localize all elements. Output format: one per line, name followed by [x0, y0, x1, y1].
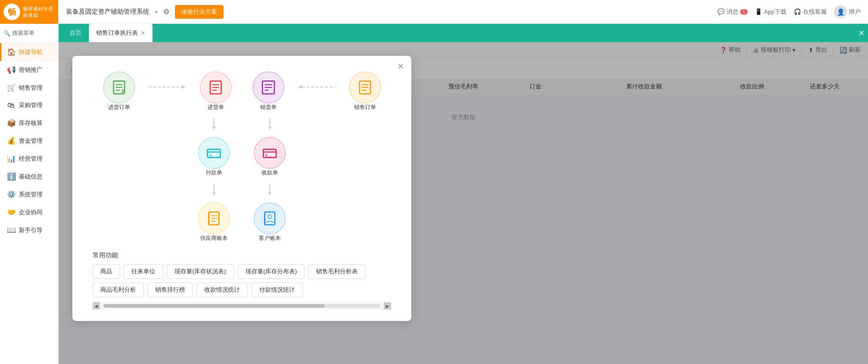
func-btn-goods[interactable]: 商品	[93, 264, 120, 279]
newbie-icon: 📖	[7, 226, 15, 234]
app-icon: 📱	[755, 8, 762, 15]
logo-text: 畅库通好生意 标准版	[23, 5, 53, 19]
scroll-right-button[interactable]: ▶	[384, 302, 391, 310]
sidebar-item-purchase[interactable]: 🛍 采购管理	[0, 97, 58, 114]
message-icon: 💬	[717, 8, 725, 15]
sidebar-item-sales[interactable]: 🛒 销售管理	[0, 79, 58, 97]
sales-bill-icon	[252, 71, 284, 103]
sidebar-item-marketing[interactable]: 📢 营销推广	[0, 61, 58, 79]
system-title: 装备及固定资产辅助管理系统	[66, 8, 149, 16]
quick-nav-icon: 🏠	[7, 48, 15, 56]
system-icon: ⚙️	[7, 190, 15, 199]
online-service-group[interactable]: 🎧 在线客服	[794, 8, 827, 16]
close-tab-icon[interactable]: ✕	[141, 30, 145, 36]
marketing-icon: 📢	[7, 65, 15, 74]
purchase-bill-icon	[200, 71, 232, 103]
svg-marker-23	[268, 127, 272, 130]
svg-text:¥: ¥	[209, 153, 212, 158]
sidebar-item-finance[interactable]: 💰 资金管理	[0, 132, 58, 150]
flow-node-payment-bill[interactable]: ¥ 付款单	[186, 137, 242, 177]
trial-button[interactable]: 体验行业方案	[175, 5, 224, 19]
sidebar-item-basic[interactable]: ℹ️ 基础信息	[0, 168, 58, 185]
payment-bill-icon: ¥	[198, 137, 230, 169]
sales-order-icon	[349, 71, 381, 103]
func-btn-stock-dist[interactable]: 现存量(库存分布表)	[238, 264, 305, 279]
modal-close-button[interactable]: ✕	[397, 61, 404, 71]
purchase-order-icon	[103, 71, 135, 103]
svg-marker-5	[182, 85, 186, 89]
sales-icon: 🛒	[7, 83, 15, 92]
svg-marker-31	[212, 192, 216, 195]
app-download-group[interactable]: 📱 App下载	[755, 8, 786, 16]
message-badge: 5	[740, 9, 748, 15]
flow-node-purchase-order[interactable]: 进货订单	[93, 71, 145, 111]
sidebar-search[interactable]: 🔍 搜索菜单	[0, 24, 58, 43]
flow-diagram: 进货订单 进货单	[83, 67, 400, 247]
basic-icon: ℹ️	[7, 172, 15, 181]
search-menu-button[interactable]: 🔍 搜索菜单	[4, 27, 55, 39]
top-header: 装备及固定资产辅助管理系统 ▾ ⚙ 体验行业方案 💬 消息 5 📱 App下载 …	[59, 0, 868, 24]
flow-node-sales-order[interactable]: 销售订单	[338, 71, 391, 111]
service-icon: 🎧	[794, 8, 801, 15]
svg-rect-40	[264, 213, 266, 224]
header-right: 💬 消息 5 📱 App下载 🎧 在线客服 👤 用户	[717, 5, 861, 18]
logo-char: 畅	[8, 6, 16, 17]
sidebar-item-enterprise[interactable]: 🤝 企业协同	[0, 203, 58, 221]
page-area: ❓ 帮助 | 🖨 按模板打印 ▾ | ⬆ 导出 | 🔄 刷新	[59, 42, 868, 364]
func-grid: 商品 往来单位 现存量(库存状况表) 现存量(库存分布表) 销售毛利分析表 商品…	[93, 264, 391, 297]
flow-node-supplier-ledger[interactable]: 供应商账本	[186, 202, 242, 242]
sidebar-item-system[interactable]: ⚙️ 系统管理	[0, 185, 58, 203]
func-btn-receipt-stats[interactable]: 收款情况统计	[197, 283, 248, 297]
inventory-icon: 📦	[7, 119, 15, 127]
main-content: 装备及固定资产辅助管理系统 ▾ ⚙ 体验行业方案 💬 消息 5 📱 App下载 …	[59, 0, 868, 364]
tab-sales-order-exec[interactable]: 销售订单执行表 ✕	[89, 24, 153, 42]
svg-marker-14	[298, 85, 302, 89]
receipt-bill-icon: ¥	[254, 137, 286, 169]
scroll-track[interactable]	[104, 304, 380, 308]
common-functions-title: 常用功能	[93, 251, 391, 260]
svg-rect-35	[208, 213, 210, 224]
flow-node-receipt-bill[interactable]: ¥ 收款单	[242, 137, 298, 177]
finance-icon: 💰	[7, 136, 15, 145]
scroll-thumb	[104, 304, 325, 308]
svg-point-41	[268, 215, 272, 218]
func-btn-goods-profit[interactable]: 商品毛利分析	[93, 283, 144, 297]
svg-text:¥: ¥	[265, 153, 268, 158]
sidebar-item-inventory[interactable]: 📦 库存核算	[0, 114, 58, 132]
sidebar-nav: 🏠 快捷导航 📢 营销推广 🛒 销售管理 🛍 采购管理 📦 库存核算 💰	[0, 43, 58, 364]
message-group[interactable]: 💬 消息 5	[717, 8, 748, 16]
sidebar: 畅 畅库通好生意 标准版 🔍 搜索菜单 🏠 快捷导航 📢 营销推广 �	[0, 0, 59, 364]
func-btn-partner[interactable]: 往来单位	[124, 264, 163, 279]
search-icon: 🔍	[4, 30, 11, 37]
flow-modal: ✕ 进货订单	[72, 56, 411, 321]
func-btn-sales-rank[interactable]: 销售排行榜	[147, 283, 193, 297]
flow-node-sales-bill[interactable]: 销货单	[242, 71, 295, 111]
func-btn-sales-profit[interactable]: 销售毛利分析表	[308, 264, 366, 279]
sidebar-logo: 畅 畅库通好生意 标准版	[0, 0, 58, 24]
logo-icon: 畅	[4, 4, 20, 20]
system-dropdown-arrow[interactable]: ▾	[155, 9, 158, 15]
operation-icon: 📊	[7, 154, 15, 163]
tab-bar: 首页 销售订单执行表 ✕ ✕	[59, 24, 868, 42]
tab-home[interactable]: 首页	[62, 24, 89, 42]
user-group[interactable]: 👤 用户	[834, 5, 861, 18]
svg-marker-33	[268, 192, 272, 195]
func-btn-stock-status[interactable]: 现存量(库存状况表)	[167, 264, 234, 279]
horizontal-scrollbar[interactable]: ◀ ▶	[93, 302, 391, 310]
sidebar-item-newbie[interactable]: 📖 新手引导	[0, 221, 58, 239]
close-all-button[interactable]: ✕	[858, 29, 864, 38]
customer-ledger-icon	[254, 202, 286, 234]
enterprise-icon: 🤝	[7, 208, 15, 217]
flow-node-purchase-bill[interactable]: 进货单	[189, 71, 242, 111]
avatar: 👤	[834, 5, 847, 18]
modal-overlay: ✕ 进货订单	[59, 42, 868, 364]
sidebar-item-quick-nav[interactable]: 🏠 快捷导航	[0, 43, 58, 61]
supplier-ledger-icon	[198, 202, 230, 234]
purchase-icon: 🛍	[7, 101, 15, 109]
flow-node-customer-ledger[interactable]: 客户账本	[242, 202, 298, 242]
sidebar-item-operation[interactable]: 📊 经营管理	[0, 150, 58, 168]
settings-icon[interactable]: ⚙	[163, 7, 169, 16]
scroll-left-button[interactable]: ◀	[93, 302, 100, 310]
func-btn-payment-stats[interactable]: 付款情况统计	[251, 283, 303, 297]
svg-marker-21	[212, 127, 216, 130]
